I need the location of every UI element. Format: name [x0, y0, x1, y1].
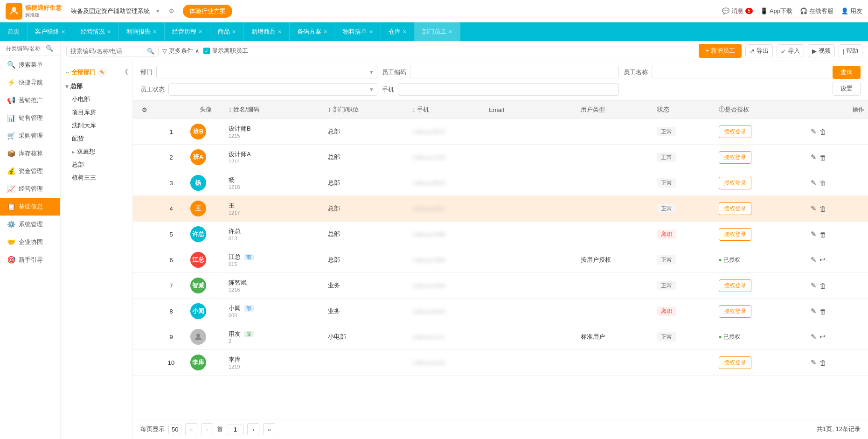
edit-btn-7[interactable]: ✎: [811, 281, 817, 290]
tab-bom[interactable]: 物料清单✕: [335, 22, 381, 41]
sidebar-item-sales[interactable]: 📊 销售管理: [0, 109, 60, 127]
search-btn-icon[interactable]: 🔍: [147, 48, 154, 55]
sidebar-item-search[interactable]: 🔍 搜索菜单: [0, 56, 60, 74]
emp-name-input[interactable]: [652, 66, 861, 78]
export-btn[interactable]: ↗ 导出: [745, 44, 773, 57]
edit-btn-10[interactable]: ✎: [811, 358, 817, 367]
dept-tree-item-3[interactable]: 沈阳大库: [61, 119, 132, 132]
tab-dept-staff[interactable]: 部门员工✕: [415, 22, 460, 41]
table-header-row: ⚙ 头像 ↕ 姓名/编码 ↕ 部门/职位 ↕ 手机 Email 用户类型 状态 …: [133, 101, 868, 119]
page-size-val[interactable]: 50: [168, 425, 181, 434]
view-btn[interactable]: ▶ 视频: [808, 44, 835, 57]
edit-btn-5[interactable]: ✎: [811, 230, 817, 238]
tab-warehouse[interactable]: 仓库✕: [381, 22, 415, 41]
dept-tree-item-5[interactable]: ▸ 双庭想: [61, 145, 132, 158]
del-btn-9[interactable]: ↩: [819, 333, 826, 341]
resigned-checkbox: ✓: [203, 48, 210, 54]
search-icon: 🔍: [7, 61, 15, 69]
tab-add-goods[interactable]: 新增商品✕: [244, 22, 290, 41]
sidebar-item-finance[interactable]: 💰 资金管理: [0, 162, 60, 180]
sidebar-item-inventory[interactable]: 📦 库存核算: [0, 145, 60, 162]
del-btn-10[interactable]: 🗑: [819, 359, 826, 367]
dept-tree-item-root[interactable]: ▾ 总部: [61, 80, 132, 93]
auth-btn-3[interactable]: 授权登录: [719, 177, 751, 189]
dept-select[interactable]: ▾: [156, 66, 377, 78]
emp-code-input[interactable]: [410, 66, 619, 78]
sidebar-item-basic[interactable]: 📋 基础信息: [0, 198, 60, 216]
user-btn[interactable]: 👤 用友: [841, 7, 862, 15]
sidebar-item-system[interactable]: ⚙️ 系统管理: [0, 216, 60, 233]
tab-customer[interactable]: 客户联络✕: [28, 22, 73, 41]
del-btn-8[interactable]: 🗑: [819, 307, 826, 315]
del-btn-4[interactable]: 🗑: [819, 205, 826, 213]
del-btn-7[interactable]: 🗑: [819, 282, 826, 290]
del-btn-1[interactable]: 🗑: [819, 128, 826, 136]
auth-btn-10[interactable]: 授权登录: [719, 356, 751, 369]
tab-goods[interactable]: 商品✕: [210, 22, 244, 41]
svg-point-1: [196, 334, 200, 337]
del-btn-2[interactable]: 🗑: [819, 153, 826, 161]
edit-btn-3[interactable]: ✎: [811, 179, 817, 187]
query-btn[interactable]: 查询: [833, 66, 861, 79]
status-select[interactable]: ▾: [168, 83, 377, 96]
auth-btn-8[interactable]: 授权登录: [719, 305, 751, 318]
sidebar-item-quicknav[interactable]: ⚡ 快捷导航: [0, 74, 60, 91]
settings-icon[interactable]: ⚙: [169, 7, 174, 14]
dept-edit-icon[interactable]: ✎: [97, 68, 107, 77]
auth-btn-5[interactable]: 授权登录: [719, 228, 751, 241]
page-input[interactable]: [227, 425, 243, 434]
dept-tree-item-2[interactable]: 项目库房: [61, 106, 132, 119]
import-btn[interactable]: ↙ 导入: [777, 44, 804, 57]
show-resigned-toggle[interactable]: ✓ 显示离职员工: [203, 47, 248, 55]
enterprise-icon: 🤝: [7, 238, 15, 246]
sidebar-item-ops[interactable]: 📈 经营管理: [0, 180, 60, 198]
auth-btn-2[interactable]: 授权登录: [719, 151, 751, 164]
col-settings[interactable]: ⚙: [133, 101, 156, 119]
next-page-btn[interactable]: ›: [247, 423, 259, 435]
last-page-btn[interactable]: »: [263, 423, 275, 435]
auth-btn-7[interactable]: 授权登录: [719, 279, 751, 292]
filter-more-btn[interactable]: ▽ 更多条件 ∧: [162, 47, 200, 55]
dept-collapse-btn[interactable]: 《: [122, 68, 128, 77]
tab-history[interactable]: 经营历程✕: [165, 22, 210, 41]
tab-barcode[interactable]: 条码方案✕: [290, 22, 335, 41]
trial-button[interactable]: 体验行业方案: [183, 5, 232, 18]
phone-input[interactable]: [398, 83, 619, 96]
del-btn-3[interactable]: 🗑: [819, 179, 826, 187]
filter-status-row: 员工状态 ▾: [140, 83, 377, 96]
help-btn[interactable]: | 帮助: [839, 44, 862, 57]
edit-btn-1[interactable]: ✎: [811, 127, 817, 136]
reset-btn[interactable]: 设置: [833, 82, 861, 96]
headset-icon: 🎧: [800, 7, 807, 14]
message-btn[interactable]: 💬 消息 5: [722, 7, 753, 15]
tab-profit[interactable]: 利润报告✕: [119, 22, 165, 41]
tab-operations[interactable]: 经营情况✕: [73, 22, 119, 41]
table-row: 6 江总 江总 部015 总部 138xxxx7890 按用户授权 正常 ●已授…: [133, 247, 868, 273]
tab-home[interactable]: 首页: [0, 22, 28, 41]
search-input[interactable]: [70, 48, 145, 55]
dept-tree-item-7[interactable]: 植树王三: [61, 171, 132, 184]
first-page-btn[interactable]: «: [185, 423, 197, 435]
del-btn-5[interactable]: 🗑: [819, 230, 826, 238]
del-btn-6[interactable]: ↩: [819, 256, 826, 264]
dept-tree-item-4[interactable]: 配货: [61, 132, 132, 145]
edit-btn-6[interactable]: ✎: [811, 256, 817, 264]
edit-btn-8[interactable]: ✎: [811, 307, 817, 315]
sidebar-search-input[interactable]: [6, 45, 43, 52]
add-employee-btn[interactable]: + 新增员工: [699, 44, 741, 58]
dept-tree-item-6[interactable]: 总部: [61, 158, 132, 171]
sidebar-item-guide[interactable]: 🎯 新手引导: [0, 251, 60, 269]
edit-btn-2[interactable]: ✎: [811, 153, 817, 161]
edit-btn-4[interactable]: ✎: [811, 204, 817, 213]
sidebar-item-enterprise[interactable]: 🤝 企业协同: [0, 233, 60, 251]
sidebar-item-purchase[interactable]: 🛒 采购管理: [0, 127, 60, 145]
prev-page-btn[interactable]: ‹: [201, 423, 213, 435]
dept-tree-item-1[interactable]: 小电部: [61, 93, 132, 106]
auth-btn-1[interactable]: 授权登录: [719, 125, 751, 138]
auth-btn-4[interactable]: 授权登录: [719, 202, 751, 215]
online-service-btn[interactable]: 🎧 在线客服: [800, 7, 833, 15]
edit-btn-9[interactable]: ✎: [811, 333, 817, 341]
sidebar-item-marketing[interactable]: 📢 营销推广: [0, 91, 60, 109]
app-download-btn[interactable]: 📱 App下载: [760, 7, 792, 15]
table-footer: 每页显示 50 « ‹ 首 › » 共1页, 12条记录: [133, 419, 868, 439]
